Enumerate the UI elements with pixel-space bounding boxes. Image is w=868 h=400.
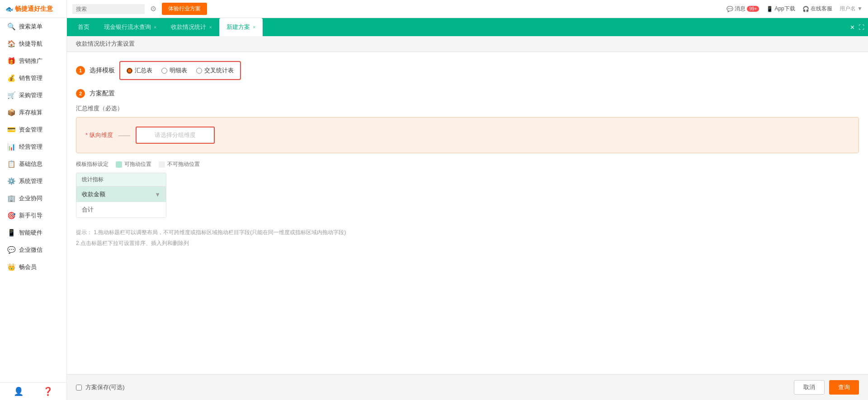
legend-draggable-box xyxy=(116,161,122,168)
tab-close-new-plan[interactable]: × xyxy=(253,24,255,30)
sidebar-item-quick-nav[interactable]: 🏠 快捷导航 xyxy=(0,35,66,52)
step1-header: 1 选择模板 汇总表 明细表 交叉统计表 xyxy=(76,61,859,80)
step2-title: 方案配置 xyxy=(90,89,115,98)
user-avatar[interactable]: 用户名 ▼ xyxy=(840,5,863,13)
radio-cross-input[interactable] xyxy=(196,68,202,74)
tab-home[interactable]: 首页 xyxy=(71,18,97,36)
dimension-placeholder[interactable]: 请选择分组维度 xyxy=(136,127,215,144)
tab-bank-flow[interactable]: 现金银行流水查询× xyxy=(97,18,164,36)
indicator-table: 统计指标 收款金额 ▼ 合计 xyxy=(76,173,166,218)
support-icon: 🎧 xyxy=(802,6,809,12)
sidebar-label-newbie: 新手引导 xyxy=(19,212,42,220)
close-window-icon[interactable]: ✕ xyxy=(850,24,855,31)
sidebar-item-finance[interactable]: 💳 资金管理 xyxy=(0,121,66,138)
sidebar-item-enterprise[interactable]: 🏢 企业协同 xyxy=(0,190,66,207)
tab-close-bank-flow[interactable]: × xyxy=(154,24,156,30)
tip-1: 提示： 1.拖动标题栏可以调整布局，不可跨维度或指标区域拖动栏目字段(只能在同一… xyxy=(76,227,859,238)
legend-draggable-label: 可拖动位置 xyxy=(124,160,151,168)
cancel-button[interactable]: 取消 xyxy=(794,380,825,395)
notification-area[interactable]: 💬 消息 99+ xyxy=(726,5,759,13)
sidebar-label-sales: 销售管理 xyxy=(19,74,42,82)
legend-fixed-label: 不可拖动位置 xyxy=(167,160,200,168)
page-content: 收款情况统计方案设置 1 选择模板 汇总表 明细表 xyxy=(67,36,868,400)
trial-button[interactable]: 体验行业方案 xyxy=(162,3,207,15)
quick-nav-icon: 🏠 xyxy=(7,40,15,48)
step1-number: 1 xyxy=(76,66,85,75)
sidebar-item-member[interactable]: 👑 畅会员 xyxy=(0,259,66,276)
sidebar-bottom-icon2[interactable]: ❓ xyxy=(43,386,53,396)
gear-icon[interactable]: ⚙ xyxy=(150,5,156,13)
purchase-icon: 🛒 xyxy=(7,91,15,99)
download-label: App下载 xyxy=(774,5,795,13)
tab-receipt-stat[interactable]: 收款情况统计× xyxy=(164,18,219,36)
sidebar: 🐟 畅捷通好生意 🔍 搜索菜单 🏠 快捷导航 🎁 营销推广 💰 销售管理 🛒 采… xyxy=(0,0,67,400)
sidebar-item-operation[interactable]: 📊 经营管理 xyxy=(0,138,66,155)
sidebar-item-inventory[interactable]: 📦 库存核算 xyxy=(0,104,66,121)
newbie-icon: 🎯 xyxy=(7,212,15,220)
sidebar-item-marketing[interactable]: 🎁 营销推广 xyxy=(0,52,66,70)
indicator-cell-label: 收款金额 xyxy=(82,190,105,198)
radio-cross[interactable]: 交叉统计表 xyxy=(196,66,234,75)
finance-icon: 💳 xyxy=(7,126,15,134)
radio-summary[interactable]: 汇总表 xyxy=(127,66,152,75)
radio-detail[interactable]: 明细表 xyxy=(161,66,187,75)
enterprise-icon: 🏢 xyxy=(7,194,15,202)
tabbar: 首页现金银行流水查询×收款情况统计×新建方案× ✕ ⛶ xyxy=(67,18,868,36)
indicator-sum: 合计 xyxy=(76,202,166,217)
sidebar-item-purchase[interactable]: 🛒 采购管理 xyxy=(0,87,66,104)
sidebar-item-sales[interactable]: 💰 销售管理 xyxy=(0,70,66,87)
sidebar-item-search-menu[interactable]: 🔍 搜索菜单 xyxy=(0,18,66,35)
legend-draggable: 可拖动位置 xyxy=(116,160,151,168)
template-radio-group: 汇总表 明细表 交叉统计表 xyxy=(119,61,241,80)
page-footer: 方案保存(可选) 取消 查询 xyxy=(67,374,868,400)
search-input[interactable] xyxy=(72,4,145,14)
tab-close-receipt-stat[interactable]: × xyxy=(209,24,212,30)
sidebar-label-marketing: 营销推广 xyxy=(19,57,42,65)
topbar-right: 💬 消息 99+ 📱 App下载 🎧 在线客服 用户名 ▼ xyxy=(726,5,863,13)
save-checkbox[interactable] xyxy=(76,385,82,391)
step1-title: 选择模板 xyxy=(90,66,115,75)
support-area[interactable]: 🎧 在线客服 xyxy=(802,5,832,13)
radio-cross-label: 交叉统计表 xyxy=(204,66,234,75)
indicator-settings-label: 模板指标设定 xyxy=(76,160,108,168)
sidebar-item-system[interactable]: ⚙️ 系统管理 xyxy=(0,173,66,190)
radio-detail-input[interactable] xyxy=(161,68,167,74)
step2-header: 2 方案配置 xyxy=(76,89,859,98)
maximize-icon[interactable]: ⛶ xyxy=(859,24,864,31)
sidebar-label-wechat: 企业微信 xyxy=(19,246,42,254)
query-button[interactable]: 查询 xyxy=(829,380,859,395)
basic-icon: 📋 xyxy=(7,160,15,168)
sidebar-item-basic[interactable]: 📋 基础信息 xyxy=(0,155,66,173)
indicator-cell[interactable]: 收款金额 ▼ xyxy=(76,187,166,202)
sidebar-item-smart-hw[interactable]: 📱 智能硬件 xyxy=(0,224,66,241)
sidebar-label-quick-nav: 快捷导航 xyxy=(19,40,42,48)
logo-name: 畅捷通好生意 xyxy=(15,5,53,13)
sidebar-bottom: 👤 ❓ xyxy=(0,382,66,400)
dimension-row: * 纵向维度 —— 请选择分组维度 xyxy=(85,127,215,144)
indicator-dropdown-icon[interactable]: ▼ xyxy=(155,191,160,198)
sidebar-label-system: 系统管理 xyxy=(19,177,42,185)
tab-new-plan[interactable]: 新建方案× xyxy=(219,18,263,36)
dimension-area: * 纵向维度 —— 请选择分组维度 xyxy=(76,117,859,153)
sidebar-bottom-icon1[interactable]: 👤 xyxy=(14,386,24,396)
sidebar-label-enterprise: 企业协同 xyxy=(19,194,42,202)
sidebar-item-newbie[interactable]: 🎯 新手引导 xyxy=(0,207,66,224)
operation-icon: 📊 xyxy=(7,143,15,151)
indicator-settings: 模板指标设定 可拖动位置 不可拖动位置 统计指标 收款金 xyxy=(76,160,859,218)
smart-hw-icon: 📱 xyxy=(7,229,15,237)
page-body: 1 选择模板 汇总表 明细表 交叉统计表 xyxy=(67,52,868,374)
tip-2: 2.点击标题栏下拉可设置排序、插入列和删除列 xyxy=(76,238,859,249)
sidebar-label-basic: 基础信息 xyxy=(19,160,42,168)
sidebar-label-member: 畅会员 xyxy=(19,263,37,271)
sidebar-logo: 🐟 畅捷通好生意 xyxy=(0,0,66,18)
notification-label: 消息 xyxy=(735,5,745,13)
sidebar-item-wechat[interactable]: 💬 企业微信 xyxy=(0,241,66,259)
radio-summary-input[interactable] xyxy=(127,68,132,74)
vertical-dim-label: * 纵向维度 xyxy=(85,131,113,139)
logo-icon: 🐟 xyxy=(5,5,13,13)
inventory-icon: 📦 xyxy=(7,108,15,117)
download-area[interactable]: 📱 App下载 xyxy=(766,5,795,13)
main-area: ⚙ 体验行业方案 💬 消息 99+ 📱 App下载 🎧 在线客服 用户名 ▼ 首… xyxy=(67,0,868,400)
sales-icon: 💰 xyxy=(7,74,15,82)
topbar: ⚙ 体验行业方案 💬 消息 99+ 📱 App下载 🎧 在线客服 用户名 ▼ xyxy=(67,0,868,18)
